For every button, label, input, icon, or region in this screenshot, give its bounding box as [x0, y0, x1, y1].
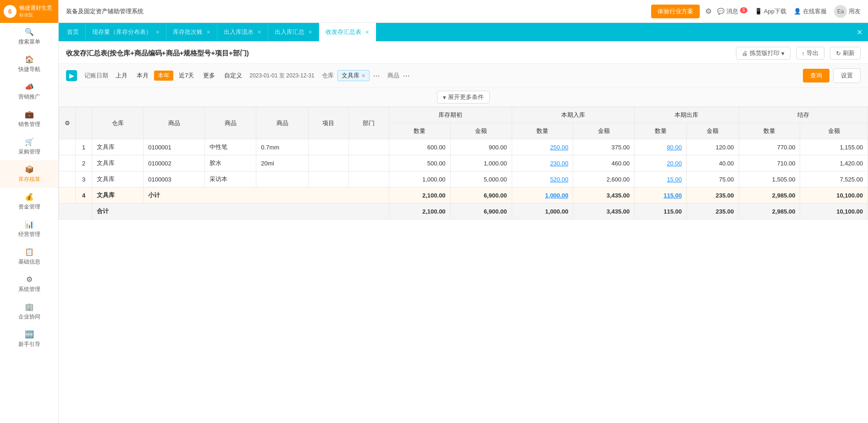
finance-icon: 💰	[25, 192, 34, 201]
total-in-amt: 3,435.00	[573, 203, 635, 220]
subtotal-out-qty[interactable]: 115.00	[635, 187, 687, 203]
row-in-qty[interactable]: 520.00	[512, 171, 573, 187]
row-out-qty[interactable]: 80.00	[635, 139, 687, 155]
subtotal-label: 小计	[144, 187, 389, 203]
tab-recv-send[interactable]: 收发存汇总表 ✕	[319, 23, 376, 41]
subtotal-in-qty[interactable]: 1,000.00	[512, 187, 573, 203]
online-service-action[interactable]: 👤 在线客服	[794, 7, 827, 16]
data-table: ⚙ 仓库 商品 商品 商品	[59, 107, 868, 220]
row-goods-spec: 20ml	[256, 155, 309, 171]
sidebar-item-finance[interactable]: 💰 资金管理	[0, 188, 58, 215]
row-opening-qty: 500.00	[389, 155, 450, 171]
sidebar-item-label: 新手引导	[18, 341, 40, 348]
corp-icon: 🏢	[25, 302, 34, 311]
sidebar-item-inventory[interactable]: 📦 库存核算	[0, 160, 58, 188]
tab-inout-flow[interactable]: 出入库流水 ✕	[217, 23, 268, 41]
sidebar-item-marketing[interactable]: 📣 营销推广	[0, 78, 58, 105]
row-out-qty[interactable]: 15.00	[635, 171, 687, 187]
warehouse-tag-remove[interactable]: ✕	[361, 73, 365, 79]
sidebar-item-guide[interactable]: 🆕 新手引导	[0, 325, 58, 353]
user-action[interactable]: Ea 用友	[834, 5, 861, 18]
table-container: ⚙ 仓库 商品 商品 商品	[59, 107, 868, 220]
refresh-button[interactable]: ↻ 刷新	[830, 47, 861, 60]
th-period-out: 本期出库	[635, 107, 739, 123]
row-opening-qty: 1,000.00	[389, 171, 450, 187]
row-in-qty[interactable]: 230.00	[512, 155, 573, 171]
expand-conditions-button[interactable]: ▾ 展开更多条件	[437, 91, 490, 104]
sidebar-item-label: 营销推广	[18, 93, 40, 101]
sidebar-item-base[interactable]: 📋 基础信息	[0, 243, 58, 270]
base-icon: 📋	[25, 247, 34, 256]
row-opening-amt: 1,000.00	[450, 155, 512, 171]
goods-more[interactable]: ···	[403, 71, 410, 81]
tab-inout-flow-label: 出入库流水	[224, 28, 254, 36]
tab-inout-flow-close[interactable]: ✕	[257, 29, 261, 35]
date-option-last-month[interactable]: 上月	[112, 71, 131, 81]
date-option-custom[interactable]: 自定义	[221, 71, 246, 81]
page-title: 收发存汇总表(按仓库+商品编码+商品+规格型号+项目+部门)	[66, 49, 249, 58]
date-option-more[interactable]: 更多	[199, 71, 219, 81]
sidebar-item-purchase[interactable]: 🛒 采购管理	[0, 133, 58, 160]
tab-stock-dist[interactable]: 现存量（库存分布表） ✕	[86, 23, 166, 41]
sidebar-item-system[interactable]: ⚙ 系统管理	[0, 270, 58, 298]
tab-stock-dist-close[interactable]: ✕	[155, 29, 160, 35]
tab-home-label: 首页	[67, 28, 79, 36]
close-all-tabs[interactable]: ✕	[857, 28, 862, 37]
sidebar-item-operations[interactable]: 📊 经营管理	[0, 215, 58, 243]
page-header: 收发存汇总表(按仓库+商品编码+商品+规格型号+项目+部门) 🖨 拣货版打印 ▾…	[59, 41, 868, 64]
tab-inout-summary-close[interactable]: ✕	[308, 29, 312, 35]
row-no: 1	[76, 139, 92, 155]
row-closing-qty: 770.00	[739, 139, 800, 155]
message-action[interactable]: 💬 消息 6	[717, 7, 747, 16]
th-opening-qty: 数量	[389, 123, 450, 139]
sidebar-item-corp[interactable]: 🏢 企业协同	[0, 298, 58, 325]
filter-toggle-button[interactable]: ▶	[66, 70, 77, 81]
tab-recv-send-label: 收发存汇总表	[326, 28, 361, 36]
user-label: 用友	[849, 7, 861, 16]
date-label: 记账日期	[84, 71, 108, 80]
tab-inout-summary-label: 出入库汇总	[275, 28, 304, 36]
sidebar-item-sales[interactable]: 💼 销售管理	[0, 105, 58, 133]
tab-batch[interactable]: 库存批次账 ✕	[166, 23, 217, 41]
warehouse-more[interactable]: ···	[373, 71, 380, 81]
expand-label: 展开更多条件	[448, 93, 484, 101]
date-option-7days[interactable]: 近7天	[175, 71, 198, 81]
home-icon: 🏠	[25, 55, 34, 64]
tab-inout-summary[interactable]: 出入库汇总 ✕	[268, 23, 319, 41]
tab-batch-close[interactable]: ✕	[206, 29, 210, 35]
topbar: 装备及固定资产辅助管理系统 体验行业方案 ⚙ 💬 消息 6 📱 App下载 👤 …	[59, 0, 868, 23]
tab-home[interactable]: 首页	[61, 23, 86, 41]
th-no	[76, 107, 92, 139]
experience-button[interactable]: 体验行业方案	[651, 5, 700, 18]
service-icon: 👤	[794, 8, 801, 15]
row-no: 2	[76, 155, 92, 171]
date-option-this-month[interactable]: 本月	[133, 71, 152, 81]
row-out-amt: 120.00	[686, 139, 739, 155]
row-in-qty[interactable]: 250.00	[512, 139, 573, 155]
row-project	[308, 171, 348, 187]
date-option-this-year[interactable]: 本年	[154, 71, 173, 81]
row-out-qty[interactable]: 20.00	[635, 155, 687, 171]
column-settings-icon[interactable]: ⚙	[65, 120, 70, 126]
warehouse-tag: 文具库 ✕	[337, 70, 370, 81]
settings-icon[interactable]: ⚙	[705, 7, 712, 16]
message-icon: 💬	[717, 8, 724, 15]
row-closing-qty: 710.00	[739, 155, 800, 171]
export-button[interactable]: ↑ 导出	[796, 47, 825, 60]
tab-recv-send-close[interactable]: ✕	[365, 29, 369, 35]
filter-settings-button[interactable]: 设置	[833, 68, 861, 83]
subtotal-opening-qty: 2,100.00	[389, 187, 450, 203]
sidebar-item-search[interactable]: 🔍 搜索菜单	[0, 23, 58, 50]
online-service-label: 在线客服	[803, 7, 827, 16]
expand-icon: ▾	[443, 94, 446, 101]
row-in-amt: 460.00	[573, 155, 635, 171]
sidebar: 6 畅捷通好生意 标准版 🔍 搜索菜单 🏠 快捷导航 📣 营销推广 💼 销售管理…	[0, 0, 59, 423]
print-button[interactable]: 🖨 拣货版打印 ▾	[736, 47, 791, 60]
th-goods-name: 商品	[205, 107, 256, 139]
th-out-qty: 数量	[635, 123, 687, 139]
total-opening-amt: 6,900.00	[450, 203, 512, 220]
query-button[interactable]: 查询	[803, 69, 829, 82]
row-opening-amt: 900.00	[450, 139, 512, 155]
sidebar-item-quicknav[interactable]: 🏠 快捷导航	[0, 50, 58, 78]
app-download-action[interactable]: 📱 App下载	[755, 7, 786, 16]
